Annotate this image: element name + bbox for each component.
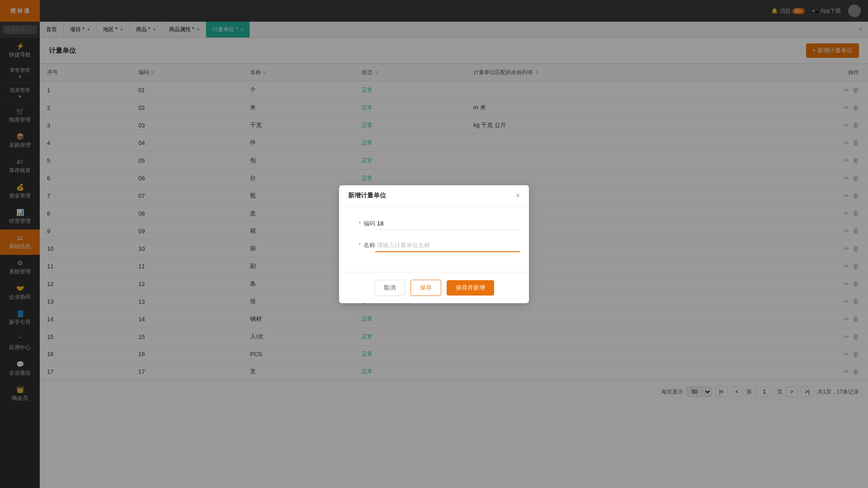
name-required-mark: * [359, 242, 361, 249]
modal-header: 新增计量单位 × [339, 185, 529, 206]
code-required-mark: * [359, 220, 361, 227]
code-label: * 编码 [348, 220, 375, 228]
form-row-name: * 名称 [348, 239, 520, 252]
form-row-code: * 编码 [348, 217, 520, 230]
modal-body: * 编码 * 名称 [339, 206, 529, 272]
cancel-button[interactable]: 取消 [374, 280, 405, 296]
modal-footer: 取消 保存 保存并新增 [339, 272, 529, 303]
save-button[interactable]: 保存 [410, 280, 441, 296]
add-unit-modal: 新增计量单位 × * 编码 * 名称 取消 保存 保存并新增 [339, 185, 529, 303]
modal-title: 新增计量单位 [348, 192, 386, 200]
name-input[interactable] [375, 239, 520, 252]
name-label: * 名称 [348, 241, 375, 249]
code-input[interactable] [375, 217, 520, 230]
modal-close-btn[interactable]: × [516, 192, 520, 199]
modal-overlay[interactable]: 新增计量单位 × * 编码 * 名称 取消 保存 保存并新增 [0, 0, 868, 488]
save-and-new-button[interactable]: 保存并新增 [447, 280, 494, 296]
